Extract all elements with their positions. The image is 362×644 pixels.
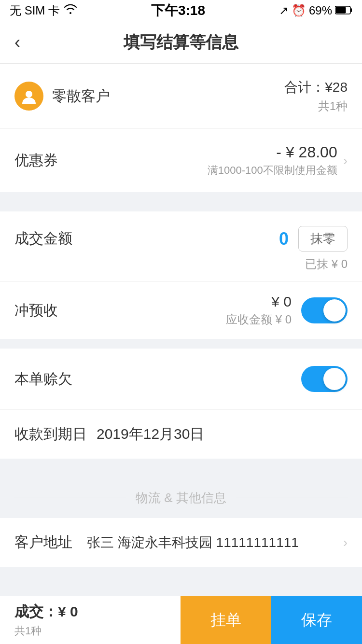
deal-amount-row: 成交金额 0 抹零 (0, 211, 362, 256)
battery-label: 69% (309, 4, 332, 17)
customer-total: 合计：¥28 (284, 78, 348, 97)
customer-row: 零散客户 合计：¥28 共1种 (0, 64, 362, 128)
bottom-deal-row: 成交：¥ 0 (14, 602, 166, 622)
prepayment-toggle[interactable] (301, 297, 348, 323)
bottom-bar: 成交：¥ 0 共1种 挂单 保存 (0, 596, 362, 644)
arrears-toggle[interactable] (301, 366, 348, 392)
chevron-right-icon: › (343, 153, 348, 168)
deal-right: 0 抹零 (269, 226, 348, 252)
prepayment-row: 冲预收 ¥ 0 应收金额 ¥ 0 (0, 281, 362, 339)
customer-left: 零散客户 (14, 82, 110, 111)
due-date-value: 2019年12月30日 (97, 424, 204, 444)
status-left: 无 SIM 卡 (10, 3, 77, 18)
customer-summary: 合计：¥28 共1种 (284, 78, 348, 114)
arrears-row: 本单赊欠 (0, 349, 362, 409)
coupon-discount: - ¥ 28.00 (208, 143, 337, 161)
divider-1 (0, 202, 362, 211)
page-title: 填写结算等信息 (124, 31, 238, 54)
no-sim-label: 无 SIM 卡 (10, 3, 60, 18)
back-button[interactable]: ‹ (14, 32, 20, 53)
svg-point-3 (26, 91, 32, 98)
battery-icon (335, 4, 352, 17)
customer-section: 零散客户 合计：¥28 共1种 优惠券 - ¥ 28.00 满1000-100不… (0, 64, 362, 192)
prepayment-toggle-knob (323, 299, 346, 322)
logistics-label: 物流 & 其他信息 (136, 490, 226, 506)
nav-bar: ‹ 填写结算等信息 (0, 21, 362, 64)
prepayment-label: 冲预收 (14, 301, 58, 321)
logistics-divider: 物流 & 其他信息 (0, 478, 362, 518)
content: 零散客户 合计：¥28 共1种 优惠券 - ¥ 28.00 满1000-100不… (0, 64, 362, 634)
prepayment-sub: 应收金额 ¥ 0 (226, 312, 292, 327)
status-time: 下午3:18 (151, 1, 205, 20)
prepayment-amounts: ¥ 0 应收金额 ¥ 0 (226, 294, 292, 327)
alarm-icon: ⏰ (292, 4, 306, 17)
deal-sub-text: 已抹 ¥ 0 (0, 256, 362, 281)
coupon-row[interactable]: 优惠券 - ¥ 28.00 满1000-100不限制使用金额 › (0, 128, 362, 192)
address-label: 客户地址 (14, 532, 72, 552)
bottom-summary: 成交：¥ 0 共1种 (0, 602, 181, 638)
due-date-label: 收款到期日 (14, 424, 87, 444)
coupon-info: - ¥ 28.00 满1000-100不限制使用金额 (208, 143, 337, 178)
coupon-right: - ¥ 28.00 满1000-100不限制使用金额 › (208, 143, 348, 178)
address-value: 张三 海淀永丰科技园 11111111111 (87, 533, 343, 552)
hang-button[interactable]: 挂单 (181, 596, 271, 644)
customer-name: 零散客户 (52, 86, 110, 106)
arrears-section: 本单赊欠 收款到期日 2019年12月30日 (0, 349, 362, 459)
prepayment-amount: ¥ 0 (226, 294, 292, 310)
deal-amount-label: 成交金额 (14, 229, 72, 249)
address-chevron-icon: › (343, 535, 348, 550)
deal-section: 成交金额 0 抹零 已抹 ¥ 0 冲预收 ¥ 0 应收金额 ¥ 0 (0, 211, 362, 339)
arrears-toggle-knob (323, 368, 346, 390)
logistics-section: 物流 & 其他信息 (0, 478, 362, 518)
bottom-count: 共1种 (14, 624, 166, 638)
prepayment-right: ¥ 0 应收金额 ¥ 0 (226, 294, 348, 327)
arrears-label: 本单赊欠 (14, 369, 72, 389)
address-row[interactable]: 客户地址 张三 海淀永丰科技园 11111111111 › (0, 518, 362, 567)
divider-2 (0, 339, 362, 349)
due-date-row[interactable]: 收款到期日 2019年12月30日 (0, 409, 362, 459)
round-button[interactable]: 抹零 (298, 226, 348, 252)
svg-rect-2 (335, 7, 346, 14)
status-right: ↗ ⏰ 69% (279, 4, 352, 17)
coupon-desc: 满1000-100不限制使用金额 (208, 163, 337, 178)
customer-count: 共1种 (284, 98, 348, 114)
status-bar: 无 SIM 卡 下午3:18 ↗ ⏰ 69% (0, 0, 362, 21)
wifi-icon (64, 4, 77, 17)
customer-avatar (14, 82, 43, 111)
divider-3 (0, 468, 362, 478)
address-section: 客户地址 张三 海淀永丰科技园 11111111111 › (0, 518, 362, 567)
svg-rect-1 (350, 8, 352, 12)
coupon-label: 优惠券 (14, 151, 58, 170)
bottom-deal-label: 成交： (14, 603, 58, 619)
bottom-deal-value: ¥ 0 (58, 603, 78, 619)
save-button[interactable]: 保存 (271, 596, 362, 644)
location-icon: ↗ (279, 4, 289, 17)
deal-amount-value: 0 (269, 229, 289, 249)
